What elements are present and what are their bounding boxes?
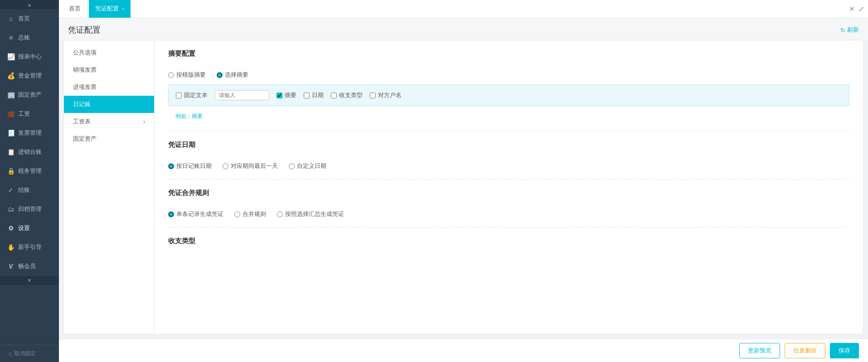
sidebar-item-home[interactable]: ⌂ 首页	[0, 9, 59, 28]
sidebar-item-invoice-label: 发票管理	[18, 129, 42, 137]
voucher-date-title: 凭证日期	[168, 141, 849, 155]
radio-single-record-input[interactable]	[168, 211, 174, 217]
divider-2	[168, 179, 849, 180]
left-nav-purchase-invoice-label: 进项发票	[73, 83, 97, 91]
fixed-text-input[interactable]	[215, 90, 269, 100]
checkbox-summary-input[interactable]	[276, 93, 282, 98]
sidebar: ▲ ⌂ 首页 ≡ 总账 📈 报表中心 💰 资金管理 🏢 固定资产 💼 工资 🧾 …	[0, 0, 59, 362]
left-nav-payroll-table[interactable]: 工资表 ›	[64, 113, 154, 130]
radio-template-summary[interactable]: 按模版摘要	[168, 71, 206, 79]
sidebar-item-guide[interactable]: ✋ 新手引导	[0, 238, 59, 257]
radio-journal-date-input[interactable]	[168, 163, 174, 169]
tab-voucher-config[interactable]: 凭证配置 ×	[89, 0, 131, 18]
vip-icon: V	[7, 263, 15, 270]
radio-journal-date[interactable]: 按日记账日期	[168, 162, 212, 170]
summary-radio-group: 按模版摘要 选择摘要	[168, 71, 849, 79]
sidebar-item-guide-label: 新手引导	[18, 243, 42, 251]
checkbox-counterpart[interactable]: 对方户名	[370, 91, 402, 99]
radio-select-summary-label: 选择摘要	[225, 71, 248, 79]
left-nav-journal-label: 日记账	[73, 100, 91, 108]
sidebar-item-settle[interactable]: ✓ 结账	[0, 181, 59, 200]
page-title: 凭证配置	[68, 24, 101, 35]
tab-home[interactable]: 首页	[63, 0, 87, 18]
sidebar-item-settings[interactable]: ⚙ 设置	[0, 219, 59, 238]
radio-template-summary-input[interactable]	[168, 72, 174, 78]
funds-icon: 💰	[7, 72, 15, 79]
sidebar-item-assets[interactable]: 🏢 固定资产	[0, 85, 59, 104]
radio-select-merge-input[interactable]	[277, 211, 283, 217]
divider-3	[168, 227, 849, 228]
window-close-icon[interactable]: ✕	[849, 5, 855, 13]
left-nav: 公共选项 销项发票 进项发票 日记账 工资表 › 固定资产	[64, 40, 155, 334]
sidebar-item-assets-label: 固定资产	[18, 91, 42, 99]
radio-merge-rule[interactable]: 合并规则	[234, 210, 266, 218]
checkbox-fixed-text-input[interactable]	[176, 93, 182, 98]
checkbox-date-input[interactable]	[304, 93, 310, 98]
sidebar-item-settle-label: 结账	[18, 186, 30, 194]
sidebar-footer-label: 取消固定	[14, 350, 36, 357]
tax-icon: 🔒	[7, 167, 15, 175]
checkbox-summary-label: 摘要	[285, 91, 296, 99]
sidebar-item-tax[interactable]: 🔒 税务管理	[0, 161, 59, 181]
checkbox-income-type-input[interactable]	[331, 93, 337, 98]
right-content: 摘要配置 按模版摘要 选择摘要 固定文本	[155, 40, 863, 334]
sidebar-item-reports[interactable]: 📈 报表中心	[0, 47, 59, 66]
left-nav-fixed-assets[interactable]: 固定资产	[64, 130, 154, 147]
main-area: 首页 凭证配置 × ✕ ⤢ 凭证配置 ↻ 刷新 公共选项 销项发票 进	[59, 0, 868, 362]
ledger-icon: ≡	[7, 34, 15, 41]
checkbox-counterpart-input[interactable]	[370, 93, 376, 98]
radio-select-merge[interactable]: 按照选择汇总生成凭证	[277, 210, 344, 218]
radio-last-day-input[interactable]	[223, 163, 228, 169]
radio-merge-rule-input[interactable]	[234, 211, 240, 217]
voucher-date-radio-group: 按日记账日期 对应期间最后一天 自定义日期	[168, 162, 849, 170]
refresh-icon: ↻	[840, 27, 845, 34]
radio-template-summary-label: 按模版摘要	[176, 71, 206, 79]
tab-close-icon[interactable]: ×	[121, 6, 124, 11]
radio-single-record[interactable]: 单条记录生成凭证	[168, 210, 223, 218]
refresh-button[interactable]: ↻ 刷新	[840, 26, 859, 34]
radio-select-merge-label: 按照选择汇总生成凭证	[285, 210, 344, 218]
checkbox-fixed-text[interactable]: 固定文本	[176, 91, 208, 99]
sidebar-item-archive-label: 归档管理	[18, 205, 42, 213]
radio-custom-date[interactable]: 自定义日期	[289, 162, 326, 170]
batch-delete-button[interactable]: 批量删除	[785, 343, 825, 358]
income-type-title: 收支类型	[168, 237, 849, 251]
sidebar-item-ledger[interactable]: ≡ 总账	[0, 28, 59, 47]
sidebar-item-funds-label: 资金管理	[18, 72, 42, 80]
radio-select-summary[interactable]: 选择摘要	[217, 71, 248, 79]
summary-checkbox-row: 固定文本 摘要 日期 收支类型	[168, 84, 849, 106]
left-nav-purchase-invoice[interactable]: 进项发票	[64, 78, 154, 96]
sidebar-scroll-up[interactable]: ▲	[0, 0, 59, 9]
checkbox-income-type[interactable]: 收支类型	[331, 91, 363, 99]
radio-custom-date-input[interactable]	[289, 163, 295, 169]
radio-custom-date-label: 自定义日期	[297, 162, 326, 170]
summary-config-title: 摘要配置	[168, 49, 849, 64]
sidebar-item-funds[interactable]: 💰 资金管理	[0, 66, 59, 85]
left-nav-payroll-table-label: 工资表	[73, 117, 91, 126]
window-expand-icon[interactable]: ⤢	[858, 5, 864, 13]
checkbox-summary[interactable]: 摘要	[276, 91, 296, 99]
example-text: 例如：摘要	[168, 111, 849, 122]
sidebar-item-ledger-label: 总账	[18, 34, 30, 42]
sidebar-item-vip[interactable]: V 畅会员	[0, 257, 59, 276]
save-button[interactable]: 保存	[830, 343, 859, 358]
update-preview-button[interactable]: 更新预览	[739, 343, 780, 358]
checkbox-income-type-label: 收支类型	[339, 91, 363, 99]
radio-select-summary-input[interactable]	[217, 72, 223, 78]
left-nav-sales-invoice[interactable]: 销项发票	[64, 61, 154, 78]
sidebar-scroll-down[interactable]: ▼	[0, 276, 59, 285]
left-nav-public[interactable]: 公共选项	[64, 44, 154, 61]
voucher-date-section: 凭证日期 按日记账日期 对应期间最后一天 自定义日期	[168, 141, 849, 170]
sales-icon: 📋	[7, 148, 15, 156]
left-nav-journal[interactable]: 日记账	[64, 96, 154, 113]
sidebar-item-invoice[interactable]: 🧾 发票管理	[0, 123, 59, 142]
tab-bar: 首页 凭证配置 × ✕ ⤢	[59, 0, 868, 18]
checkbox-date[interactable]: 日期	[304, 91, 324, 99]
sidebar-footer-unpin[interactable]: ◁ 取消固定	[0, 345, 59, 362]
sidebar-item-payroll[interactable]: 💼 工资	[0, 104, 59, 123]
radio-journal-date-label: 按日记账日期	[176, 162, 212, 170]
radio-last-day[interactable]: 对应期间最后一天	[223, 162, 278, 170]
sidebar-item-sales[interactable]: 📋 进销台账	[0, 142, 59, 161]
sidebar-item-archive[interactable]: 🗂 归档管理	[0, 200, 59, 219]
archive-icon: 🗂	[7, 205, 15, 213]
